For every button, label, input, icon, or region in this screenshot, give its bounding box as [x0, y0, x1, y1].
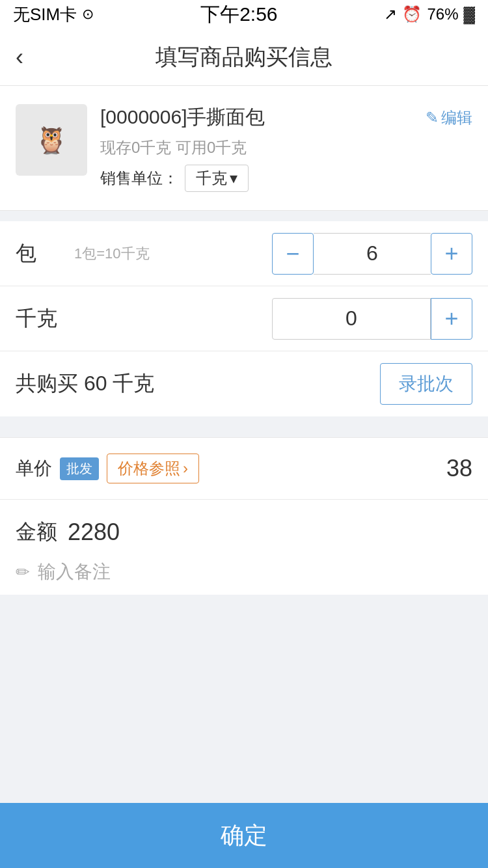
- status-right: ↗ ⏰ 76% ▓: [384, 5, 475, 23]
- unit-price-label: 单价: [16, 456, 52, 481]
- unit-value: 千克: [196, 168, 227, 189]
- section-divider-1: [0, 211, 488, 221]
- amount-section: 金额 2280 ✏ 输入备注: [0, 500, 488, 595]
- nav-bar: ‹ 填写商品购买信息: [0, 29, 488, 86]
- section-divider-2: [0, 416, 488, 427]
- product-thumb-icon: 🦉: [35, 125, 68, 156]
- product-stock: 现存0千克 可用0千克: [100, 137, 472, 158]
- record-batch-button[interactable]: 录批次: [380, 363, 472, 405]
- edit-icon: ✎: [426, 109, 439, 127]
- battery-label: 76%: [427, 5, 458, 23]
- price-section: 单价 批发 价格参照 › 38: [0, 437, 488, 500]
- confirm-button[interactable]: 确定: [221, 820, 267, 852]
- status-time: 下午2:56: [200, 1, 277, 28]
- kg-qty-input[interactable]: [272, 298, 431, 340]
- package-increase-button[interactable]: +: [431, 233, 472, 275]
- kg-increase-button[interactable]: +: [431, 298, 472, 340]
- product-thumbnail: 🦉: [16, 104, 87, 176]
- pencil-icon: ✏: [16, 562, 30, 582]
- status-left: 无SIM卡 ⊙: [13, 3, 94, 26]
- status-bar: 无SIM卡 ⊙ 下午2:56 ↗ ⏰ 76% ▓: [0, 0, 488, 29]
- battery-icon: ▓: [463, 5, 475, 23]
- product-name: [0000006]手撕面包: [100, 104, 265, 131]
- remark-row[interactable]: ✏ 输入备注: [16, 560, 472, 584]
- amount-value: 2280: [68, 519, 120, 546]
- edit-button[interactable]: ✎ 编辑: [426, 107, 472, 128]
- total-label: 共购买 60 千克: [16, 370, 154, 398]
- back-button[interactable]: ‹: [16, 44, 23, 71]
- unit-select[interactable]: 千克 ▾: [185, 165, 249, 192]
- price-left: 单价 批发 价格参照 ›: [16, 454, 199, 483]
- carrier-label: 无SIM卡: [13, 3, 77, 26]
- alarm-icon: ⏰: [402, 5, 422, 23]
- package-input-section: 包 1包=10千克 − + 千克 +: [0, 221, 488, 351]
- remark-placeholder: 输入备注: [38, 560, 111, 584]
- package-sub-label: 1包=10千克: [74, 244, 272, 264]
- product-unit-row: 销售单位： 千克 ▾: [100, 165, 472, 192]
- confirm-bar[interactable]: 确定: [0, 803, 488, 868]
- price-row: 单价 批发 价格参照 › 38: [16, 454, 472, 483]
- unit-label: 销售单位：: [100, 168, 178, 189]
- amount-label: 金额: [16, 518, 57, 547]
- amount-row: 金额 2280: [16, 518, 472, 547]
- package-label: 包: [16, 239, 68, 268]
- package-qty-input[interactable]: [314, 233, 431, 275]
- product-card: 🦉 [0000006]手撕面包 ✎ 编辑 现存0千克 可用0千克 销售单位： 千…: [0, 86, 488, 211]
- price-ref-label: 价格参照: [118, 458, 180, 479]
- chevron-down-icon: ▾: [230, 169, 237, 187]
- price-ref-arrow: ›: [183, 459, 188, 478]
- total-row: 共购买 60 千克 录批次: [0, 351, 488, 416]
- batch-tag: 批发: [60, 457, 99, 480]
- kg-label: 千克: [16, 305, 68, 333]
- package-input-row: 包 1包=10千克 − +: [0, 221, 488, 286]
- product-name-row: [0000006]手撕面包 ✎ 编辑: [100, 104, 472, 131]
- package-decrease-button[interactable]: −: [272, 233, 314, 275]
- location-icon: ↗: [384, 5, 397, 23]
- page-title: 填写商品购买信息: [156, 42, 332, 72]
- product-info: [0000006]手撕面包 ✎ 编辑 现存0千克 可用0千克 销售单位： 千克 …: [100, 104, 472, 192]
- kg-qty-control: +: [272, 298, 472, 340]
- wifi-icon: ⊙: [82, 6, 94, 23]
- content-area: [0, 595, 488, 822]
- kg-input-row: 千克 +: [0, 286, 488, 351]
- price-ref-button[interactable]: 价格参照 ›: [107, 454, 199, 483]
- package-qty-control: − +: [272, 233, 472, 275]
- price-value: 38: [446, 455, 472, 482]
